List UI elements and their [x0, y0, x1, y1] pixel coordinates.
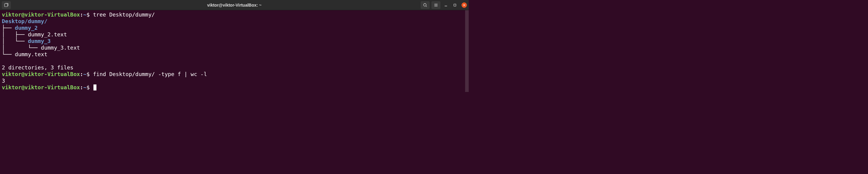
tree-line-2: │ ├── dummy_2.text: [2, 31, 467, 38]
tree-line-1: ├── dummy_2: [2, 25, 467, 31]
prompt-user: viktor@viktor-VirtualBox: [2, 71, 80, 77]
tree-line-4: │ └── dummy_3.text: [2, 45, 467, 51]
command-2: find Desktop/dummy/ -type f | wc -l: [93, 71, 207, 77]
prompt-line-1: viktor@viktor-VirtualBox:~$ tree Desktop…: [2, 11, 467, 18]
window-title: viktor@viktor-VirtualBox: ~: [207, 3, 261, 7]
titlebar: viktor@viktor-VirtualBox: ~: [0, 0, 469, 10]
search-button[interactable]: [421, 1, 430, 9]
blank-line: [2, 58, 467, 64]
tree-line-3: │ └── dummy_3: [2, 38, 467, 45]
minimize-button[interactable]: [442, 1, 450, 9]
prompt-path: ~: [83, 84, 87, 90]
svg-point-1: [424, 3, 426, 6]
find-output: 3: [2, 78, 467, 84]
maximize-button[interactable]: [451, 1, 459, 9]
command-1: tree Desktop/dummy/: [93, 11, 155, 18]
tree-line-5: └── dummy.text: [2, 51, 467, 58]
prompt-colon: :: [80, 71, 83, 77]
prompt-user: viktor@viktor-VirtualBox: [2, 11, 80, 18]
tree-summary: 2 directories, 3 files: [2, 64, 467, 71]
prompt-symbol: $: [87, 11, 90, 18]
prompt-user: viktor@viktor-VirtualBox: [2, 84, 80, 90]
svg-rect-7: [454, 4, 456, 6]
cursor: [93, 84, 96, 90]
terminal-content[interactable]: viktor@viktor-VirtualBox:~$ tree Desktop…: [0, 10, 469, 92]
prompt-colon: :: [80, 11, 83, 18]
scrollbar[interactable]: [465, 10, 469, 92]
prompt-path: ~: [83, 11, 87, 18]
new-tab-button[interactable]: [2, 1, 11, 9]
menu-button[interactable]: [431, 1, 440, 9]
prompt-symbol: $: [87, 71, 90, 77]
close-button[interactable]: [462, 2, 467, 8]
prompt-colon: :: [80, 84, 83, 90]
prompt-symbol: $: [87, 84, 90, 90]
prompt-path: ~: [83, 71, 87, 77]
svg-rect-0: [4, 4, 7, 7]
tree-root: Desktop/dummy/: [2, 18, 467, 25]
prompt-line-2: viktor@viktor-VirtualBox:~$ find Desktop…: [2, 71, 467, 78]
svg-line-2: [426, 6, 427, 7]
scrollbar-thumb[interactable]: [465, 10, 469, 92]
prompt-line-3: viktor@viktor-VirtualBox:~$: [2, 84, 467, 91]
